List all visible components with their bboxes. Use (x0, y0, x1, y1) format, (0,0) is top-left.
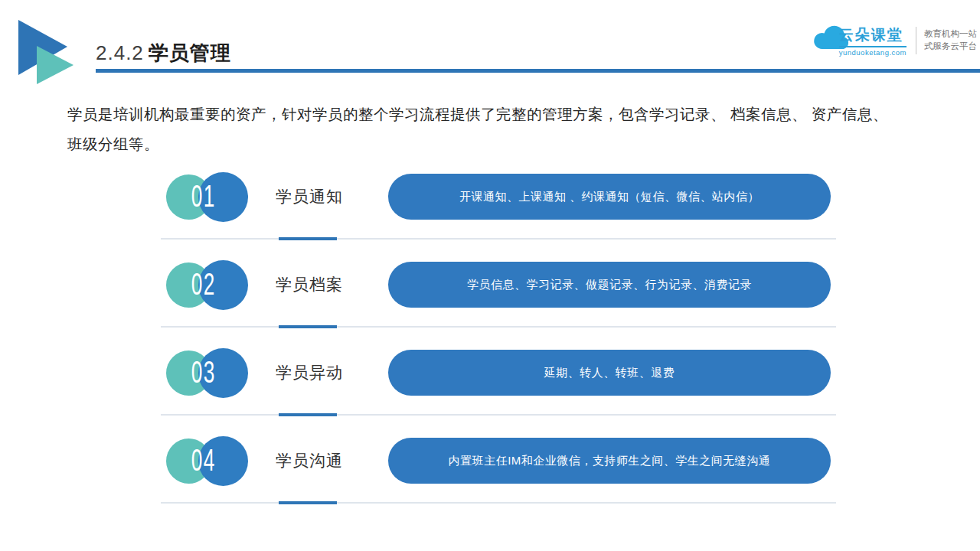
feature-number-badge: 03 (166, 347, 249, 398)
row-separator (161, 414, 836, 416)
intro-paragraph: 学员是培训机构最重要的资产，针对学员的整个学习流程提供了完整的管理方案，包含学习… (67, 99, 936, 159)
slide: 2.4.2学员管理 云朵课堂 yunduoketang.com 教育机构一站 式… (0, 0, 980, 551)
feature-label: 学员通知 (276, 186, 388, 207)
feature-number-badge: 04 (166, 435, 249, 486)
title-underline (96, 69, 980, 73)
row-separator (161, 502, 836, 504)
feature-row-archive: 02 学员档案 学员信息、学习记录、做题记录、行为记录、消费记录 (161, 262, 836, 308)
feature-row-change: 03 学员异动 延期、转人、转班、退费 (161, 350, 836, 396)
triangle-logo-icon (18, 20, 95, 90)
separator-accent (279, 325, 337, 328)
feature-number: 04 (179, 442, 227, 478)
separator-accent (279, 413, 337, 416)
intro-line1: 学员是培训机构最重要的资产，针对学员的整个学习流程提供了完整的管理方案，包含学习… (67, 106, 888, 122)
feature-description-pill: 内置班主任IM和企业微信，支持师生之间、学生之间无缝沟通 (388, 438, 831, 484)
brand-main: 云朵课堂 yunduoketang.com (812, 23, 906, 58)
feature-list: 01 学员通知 开课通知、上课通知 、约课通知（短信、微信、站内信） 02 学员… (161, 174, 836, 526)
brand-tagline-line2: 式服务云平台 (924, 40, 977, 52)
feature-number-badge: 02 (166, 259, 249, 310)
brand-tagline-line1: 教育机构一站 (924, 28, 977, 40)
brand-tagline: 教育机构一站 式服务云平台 (924, 28, 977, 54)
row-separator (161, 238, 836, 240)
feature-description-pill: 开课通知、上课通知 、约课通知（短信、微信、站内信） (388, 174, 831, 220)
section-number: 2.4.2 (96, 41, 144, 64)
feature-description-pill: 延期、转人、转班、退费 (388, 350, 831, 396)
feature-number: 02 (179, 266, 227, 302)
brand-divider (916, 27, 916, 54)
brand-name: 云朵课堂 (839, 25, 906, 45)
page-title: 2.4.2学员管理 (96, 40, 231, 67)
feature-row-communicate: 04 学员沟通 内置班主任IM和企业微信，支持师生之间、学生之间无缝沟通 (161, 438, 836, 484)
feature-label: 学员沟通 (276, 450, 388, 471)
intro-line2: 班级分组等。 (67, 135, 159, 152)
row-separator (161, 326, 836, 328)
feature-number-badge: 01 (166, 171, 249, 222)
separator-accent (279, 501, 337, 504)
feature-number: 03 (179, 354, 227, 390)
feature-row-notify: 01 学员通知 开课通知、上课通知 、约课通知（短信、微信、站内信） (161, 174, 836, 220)
brand-domain: yunduoketang.com (839, 46, 906, 57)
feature-label: 学员档案 (276, 274, 388, 295)
page-title-text: 学员管理 (149, 41, 231, 64)
feature-label: 学员异动 (276, 362, 388, 383)
separator-accent (279, 237, 337, 240)
feature-number: 01 (179, 178, 227, 214)
brand-logo: 云朵课堂 yunduoketang.com 教育机构一站 式服务云平台 (812, 23, 977, 58)
brand-text: 云朵课堂 yunduoketang.com (839, 25, 906, 58)
feature-description-pill: 学员信息、学习记录、做题记录、行为记录、消费记录 (388, 262, 831, 308)
